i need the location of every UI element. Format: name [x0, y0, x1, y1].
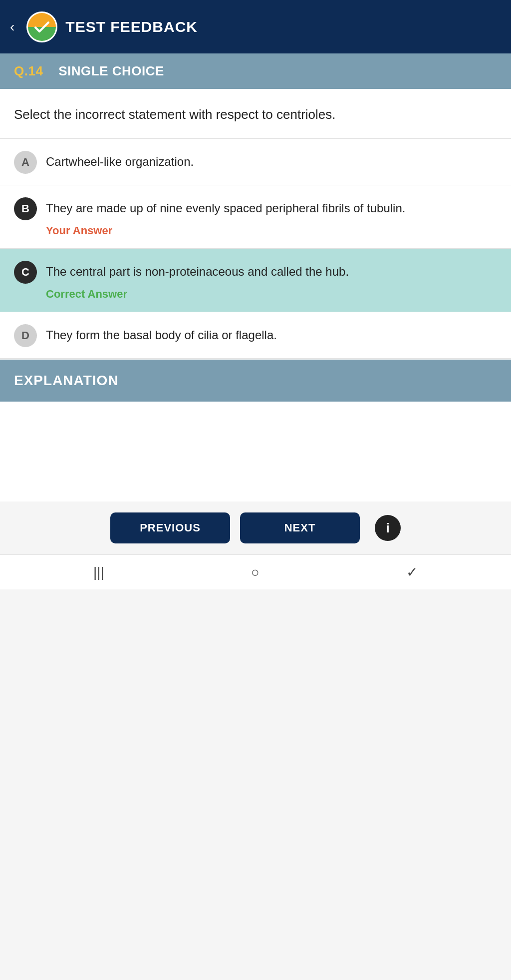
question-type: SINGLE CHOICE [58, 63, 164, 78]
back-button[interactable]: ‹ [10, 18, 18, 36]
option-row-c[interactable]: C The central part is non-proteinaceous … [0, 249, 511, 312]
option-row-d[interactable]: D They form the basal body of cilia or f… [0, 312, 511, 359]
explanation-content [0, 402, 511, 501]
correct-answer-label: Correct Answer [46, 288, 497, 301]
option-text-c: The central part is non-proteinaceous an… [46, 260, 349, 281]
your-answer-label: Your Answer [46, 224, 497, 237]
system-bar: ||| ○ ✓ [0, 554, 511, 589]
header-title: TEST FEEDBACK [65, 18, 198, 35]
info-button[interactable]: i [375, 515, 401, 541]
menu-icon: ||| [93, 564, 104, 580]
option-text-b: They are made up of nine evenly spaced p… [46, 196, 405, 217]
option-bubble-a: A [14, 151, 37, 174]
explanation-title: EXPLANATION [14, 373, 497, 389]
back-sys-icon: ✓ [406, 564, 418, 580]
option-text-a: Cartwheel-like organization. [46, 150, 194, 171]
logo-icon [26, 11, 57, 42]
question-type-bar: Q.14 SINGLE CHOICE [0, 53, 511, 89]
option-bubble-d: D [14, 324, 37, 347]
option-bubble-b: B [14, 197, 37, 220]
question-text: Select the incorrect statement with resp… [14, 105, 497, 124]
next-button[interactable]: NEXT [240, 512, 360, 543]
explanation-bar: EXPLANATION [0, 360, 511, 402]
option-row-a[interactable]: A Cartwheel-like organization. [0, 139, 511, 185]
option-bubble-c: C [14, 261, 37, 284]
bottom-nav: PREVIOUS NEXT i [0, 501, 511, 554]
home-icon: ○ [251, 564, 259, 580]
header: ‹ TEST FEEDBACK [0, 0, 511, 53]
option-row-b[interactable]: B They are made up of nine evenly spaced… [0, 185, 511, 249]
question-area: Select the incorrect statement with resp… [0, 89, 511, 139]
previous-button[interactable]: PREVIOUS [110, 512, 230, 543]
question-number: Q.14 [14, 63, 43, 78]
option-text-d: They form the basal body of cilia or fla… [46, 323, 277, 344]
